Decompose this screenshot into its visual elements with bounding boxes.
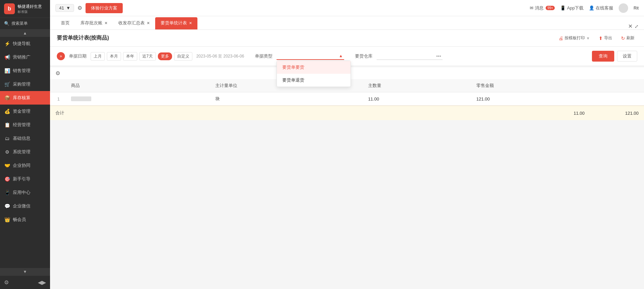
tab-goods-summary-label: 要货单统计表: [161, 20, 187, 26]
filter-expand-btn[interactable]: »: [57, 52, 65, 60]
operations-icon: 📋: [4, 122, 10, 128]
topbar-number[interactable]: 41 ▼: [55, 4, 74, 12]
sidebar-item-label: 畅会员: [13, 217, 26, 223]
sidebar-scroll-down[interactable]: ▼: [0, 268, 50, 275]
type-select-wrap[interactable]: ▲ 要货单要货 要货单退货: [277, 53, 344, 60]
online-service-label: 在线客服: [596, 5, 613, 11]
messages-item[interactable]: ✉ 消息 99+: [530, 5, 555, 11]
filter-expand-icon: »: [60, 54, 62, 59]
trial-btn[interactable]: 体验行业方案: [86, 3, 123, 13]
table-row: 1 块 11.00 121.00: [50, 92, 644, 106]
summary-amount: 121.00: [625, 111, 639, 116]
tab-inventory-batch[interactable]: 库存批次账 ✕: [75, 17, 113, 29]
app-download-item[interactable]: 📱 App下载: [560, 5, 583, 11]
type-select-input[interactable]: [278, 53, 339, 59]
sidebar-item-label: 新手引导: [13, 176, 30, 182]
date-label: 单据日期: [69, 53, 87, 59]
more-dates-btn[interactable]: 更多: [158, 52, 172, 60]
messages-badge: 99+: [546, 6, 555, 10]
sidebar-item-label: 库存核算: [13, 95, 30, 101]
query-btn[interactable]: 查询: [592, 51, 614, 62]
this-month-btn[interactable]: 本月: [107, 52, 121, 61]
sidebar-item-label: 系统管理: [13, 149, 30, 155]
sidebar-item-label: 企业微信: [13, 203, 30, 209]
table-settings-icon[interactable]: ⚙: [55, 70, 60, 76]
row-amount: 121.00: [472, 92, 603, 106]
print-btn[interactable]: 🖨 按模板打印 ▼: [556, 34, 593, 42]
expand-tabs-icon[interactable]: ⤢: [635, 24, 639, 29]
search-menu[interactable]: 🔍 搜索菜单: [0, 18, 50, 29]
sidebar-item-sales[interactable]: 📊 销售管理: [0, 64, 50, 77]
user-avatar[interactable]: [619, 3, 628, 13]
filter-actions: 查询 设置: [592, 51, 637, 62]
sidebar-item-inventory[interactable]: 📦 库存核算: [0, 91, 50, 105]
row-product: [67, 92, 211, 106]
row-num: 1: [50, 92, 67, 106]
prev-month-btn[interactable]: 上月: [91, 52, 105, 61]
tab-goods-summary-close[interactable]: ✕: [189, 21, 192, 25]
tab-receive-summary[interactable]: 收发存汇总表 ✕: [113, 17, 155, 29]
vip-icon: 👑: [4, 217, 10, 222]
tab-receive-summary-close[interactable]: ✕: [147, 21, 150, 25]
sidebar-item-guide[interactable]: 🎯 新手引导: [0, 172, 50, 186]
settings-icon[interactable]: ⚙: [4, 279, 9, 286]
sidebar-item-label: 销售管理: [13, 68, 30, 74]
logo-sub: 标准版: [18, 9, 42, 14]
topbar-settings-icon[interactable]: ⚙: [77, 5, 82, 11]
sidebar-scroll-up[interactable]: ▲: [0, 29, 50, 37]
print-expand-icon[interactable]: ▼: [586, 36, 590, 40]
tabs-right-controls: ✕ ⤢: [628, 23, 639, 29]
page-header: 要货单统计表(按商品) 🖨 按模板打印 ▼ ⬆ 导出 ↻ 刷新: [50, 30, 644, 47]
export-btn[interactable]: ⬆ 导出: [596, 34, 615, 42]
sidebar-item-label: 经营管理: [13, 122, 30, 128]
sidebar-item-label: 企业协同: [13, 162, 30, 169]
filter-settings-btn[interactable]: 设置: [617, 51, 637, 62]
sidebar-item-app-center[interactable]: 📱 应用中心: [0, 186, 50, 199]
topbar-left: 41 ▼ ⚙ 体验行业方案: [55, 3, 123, 13]
sidebar-item-marketing[interactable]: 📢 营销推广: [0, 50, 50, 64]
number-dropdown-icon[interactable]: ▼: [66, 5, 70, 10]
sidebar-toggle-icon[interactable]: ◀▶: [38, 279, 46, 286]
col-amount: 零售金额: [472, 79, 603, 92]
user-name: Rit: [634, 6, 639, 10]
dropdown-item-goods-return[interactable]: 要货单退货: [277, 74, 351, 87]
sidebar-logo: b 畅捷通好生意 标准版: [0, 0, 50, 18]
refresh-btn[interactable]: ↻ 刷新: [618, 34, 637, 42]
sidebar-item-basic-info[interactable]: 🗂 基础信息: [0, 132, 50, 145]
print-label: 按模板打印: [565, 35, 585, 41]
type-select-arrow-icon[interactable]: ▲: [339, 53, 343, 58]
sidebar-item-wechat[interactable]: 💬 企业微信: [0, 199, 50, 213]
tab-home[interactable]: 首页: [55, 17, 75, 29]
export-icon: ⬆: [599, 36, 603, 41]
app-download-label: App下载: [567, 5, 583, 11]
tab-goods-summary[interactable]: 要货单统计表 ✕: [155, 17, 197, 29]
finance-icon: 💰: [4, 109, 10, 114]
basic-info-icon: 🗂: [4, 136, 10, 141]
system-icon: ⚙: [4, 149, 10, 155]
dropdown-item-goods-order[interactable]: 要货单要货: [277, 61, 351, 74]
custom-date-btn[interactable]: 自定义: [174, 52, 192, 61]
sidebar: b 畅捷通好生意 标准版 🔍 搜索菜单 ▲ ⚡ 快捷导航 📢 营销推广 📊 销售…: [0, 0, 50, 289]
last-7-days-btn[interactable]: 近7天: [139, 52, 156, 61]
type-label: 单据类型: [255, 53, 272, 59]
sidebar-item-system[interactable]: ⚙ 系统管理: [0, 145, 50, 159]
sidebar-item-finance[interactable]: 💰 资金管理: [0, 105, 50, 118]
topbar: 41 ▼ ⚙ 体验行业方案 ✉ 消息 99+ 📱 App下载 👤 在线客服 Ri…: [50, 0, 644, 16]
warehouse-select-wrap[interactable]: •••: [377, 53, 443, 60]
sidebar-item-purchase[interactable]: 🛒 采购管理: [0, 77, 50, 91]
page-title: 要货单统计表(按商品): [57, 35, 109, 46]
close-all-tabs-icon[interactable]: ✕: [628, 23, 633, 29]
marketing-icon: 📢: [4, 54, 10, 60]
warehouse-more-icon[interactable]: •••: [436, 53, 441, 59]
tab-inventory-batch-close[interactable]: ✕: [104, 21, 108, 25]
this-year-btn[interactable]: 本年: [123, 52, 137, 61]
warehouse-input[interactable]: [378, 53, 435, 59]
row-quantity: 11.00: [364, 92, 472, 106]
sidebar-item-label: 资金管理: [13, 108, 30, 114]
sidebar-item-operations[interactable]: 📋 经营管理: [0, 118, 50, 132]
online-service-icon: 👤: [589, 5, 594, 10]
sidebar-item-enterprise[interactable]: 🤝 企业协同: [0, 159, 50, 172]
sidebar-item-quick-nav[interactable]: ⚡ 快捷导航: [0, 37, 50, 50]
sidebar-item-vip[interactable]: 👑 畅会员: [0, 213, 50, 226]
online-service-item[interactable]: 👤 在线客服: [589, 5, 613, 11]
